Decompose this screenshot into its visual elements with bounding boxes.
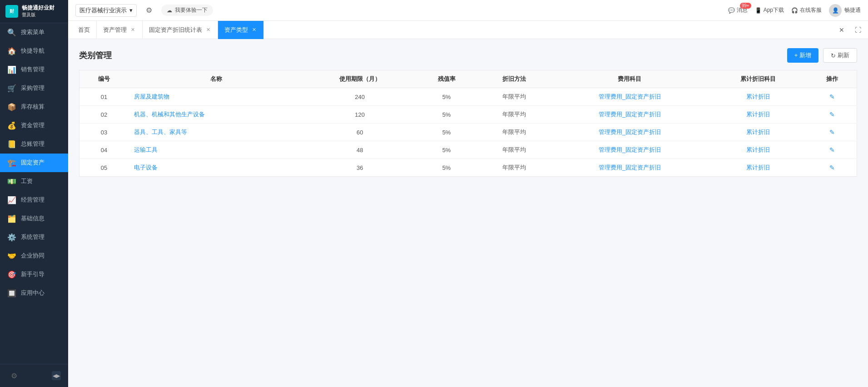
- sidebar-collapse-btn[interactable]: ◀▶: [52, 371, 61, 380]
- cell-period: 48: [304, 141, 416, 159]
- col-header: 费用科目: [551, 70, 709, 88]
- name-link[interactable]: 房屋及建筑物: [134, 93, 169, 100]
- sidebar-item-appstore[interactable]: 🔲 应用中心: [0, 284, 68, 303]
- tab-close-asset-mgmt[interactable]: ✕: [129, 27, 136, 33]
- tab-depreciation[interactable]: 固定资产折旧统计表✕: [143, 21, 218, 39]
- main-content: 医疗器械行业演示 ▾ ⚙ ☁ 我要体验一下 💬 消息 99+ 📱 App下载 🎧…: [68, 0, 868, 387]
- logo-name: 畅捷通好业财: [22, 5, 55, 12]
- sidebar-icon-quicknav: 🏠: [7, 47, 16, 55]
- cell-accumulated: 累计折旧: [708, 159, 808, 177]
- close-tab-btn[interactable]: ✕: [835, 24, 848, 36]
- accumulated-link[interactable]: 累计折旧: [746, 146, 770, 153]
- accumulated-link[interactable]: 累计折旧: [746, 164, 770, 171]
- sidebar-item-system[interactable]: ⚙️ 系统管理: [0, 228, 68, 247]
- cell-name: 机器、机械和其他生产设备: [129, 106, 304, 124]
- message-icon: 💬: [728, 7, 735, 14]
- sidebar-item-payroll[interactable]: 💵 工资: [0, 172, 68, 191]
- sidebar-icon-system: ⚙️: [7, 233, 16, 242]
- expense-link[interactable]: 管理费用_固定资产折旧: [599, 129, 661, 135]
- sidebar-item-quicknav[interactable]: 🏠 快捷导航: [0, 42, 68, 60]
- tab-asset-mgmt[interactable]: 资产管理✕: [97, 21, 143, 39]
- category-table: 编号名称使用期限（月）残值率折旧方法费用科目累计折旧科目操作 01 房屋及建筑物…: [79, 70, 857, 177]
- name-link[interactable]: 机器、机械和其他生产设备: [134, 111, 205, 118]
- sidebar-menu: 🔍 搜索菜单 🏠 快捷导航 📊 销售管理 🛒 采购管理 📦 库存核算 💰 资金管…: [0, 23, 68, 364]
- cell-name: 器具、工具、家具等: [129, 124, 304, 141]
- cloud-icon: ☁: [167, 7, 172, 14]
- edit-btn-2[interactable]: ✎: [829, 129, 835, 136]
- app-download-action[interactable]: 📱 App下载: [755, 6, 784, 14]
- table-row: 03 器具、工具、家具等 60 5% 年限平均 管理费用_固定资产折旧 累计折旧…: [79, 124, 857, 141]
- expense-link[interactable]: 管理费用_固定资产折旧: [599, 146, 661, 153]
- sidebar-item-ledger[interactable]: 📒 总账管理: [0, 135, 68, 154]
- sidebar-item-operations[interactable]: 📈 经营管理: [0, 191, 68, 209]
- cell-action: ✎: [808, 88, 857, 106]
- tab-home[interactable]: 首页: [72, 21, 97, 39]
- table-header: 编号名称使用期限（月）残值率折旧方法费用科目累计折旧科目操作: [79, 70, 857, 88]
- expand-tab-btn[interactable]: ⛶: [852, 24, 864, 36]
- sidebar-label-ledger: 总账管理: [21, 140, 45, 148]
- name-link[interactable]: 电子设备: [134, 164, 158, 171]
- accumulated-link[interactable]: 累计折旧: [746, 129, 770, 135]
- tab-asset-type[interactable]: 资产类型✕: [218, 21, 264, 39]
- name-link[interactable]: 器具、工具、家具等: [134, 129, 187, 135]
- new-button[interactable]: + 新增: [787, 48, 818, 63]
- try-experience-btn[interactable]: ☁ 我要体验一下: [161, 5, 213, 16]
- expense-link[interactable]: 管理费用_固定资产折旧: [599, 93, 661, 100]
- sidebar-item-enterprise[interactable]: 🤝 企业协同: [0, 247, 68, 265]
- message-action[interactable]: 💬 消息 99+: [728, 6, 748, 14]
- edit-btn-4[interactable]: ✎: [829, 164, 835, 171]
- refresh-icon: ↻: [831, 52, 836, 59]
- sidebar-icon-fixed: 🏗️: [7, 159, 16, 167]
- edit-btn-1[interactable]: ✎: [829, 111, 835, 118]
- user-info[interactable]: 👤 畅捷通: [829, 4, 861, 17]
- expense-link[interactable]: 管理费用_固定资产折旧: [599, 111, 661, 118]
- tab-close-asset-type[interactable]: ✕: [251, 27, 257, 33]
- sidebar-item-fixed[interactable]: 🏗️ 固定资产: [0, 154, 68, 172]
- accumulated-link[interactable]: 累计折旧: [746, 93, 770, 100]
- customer-service-action[interactable]: 🎧 在线客服: [791, 6, 822, 14]
- logo-icon: 财: [5, 5, 18, 18]
- sidebar-label-newguide: 新手引导: [21, 270, 45, 278]
- sidebar-icon-enterprise: 🤝: [7, 252, 16, 260]
- sidebar-item-purchase[interactable]: 🛒 采购管理: [0, 79, 68, 98]
- cell-residual: 5%: [416, 106, 477, 124]
- sidebar: 财 畅捷通好业财 普及版 🔍 搜索菜单 🏠 快捷导航 📊 销售管理 🛒 采购管理…: [0, 0, 68, 387]
- cell-action: ✎: [808, 141, 857, 159]
- edit-btn-3[interactable]: ✎: [829, 146, 835, 154]
- col-header: 名称: [129, 70, 304, 88]
- sidebar-item-sales[interactable]: 📊 销售管理: [0, 60, 68, 79]
- logo-edition: 普及版: [22, 12, 55, 18]
- cell-accumulated: 累计折旧: [708, 88, 808, 106]
- cell-method: 年限平均: [477, 88, 551, 106]
- module-settings-btn[interactable]: ⚙: [142, 4, 156, 17]
- cell-code: 01: [79, 88, 129, 106]
- cell-residual: 5%: [416, 159, 477, 177]
- sidebar-icon-payroll: 💵: [7, 177, 16, 186]
- cell-accumulated: 累计折旧: [708, 124, 808, 141]
- page-content: 类别管理 + 新增 ↻ 刷新 编号名称使用期限（月）残值率折旧方法费用科目累计折…: [68, 39, 868, 387]
- sidebar-item-finance[interactable]: 💰 资金管理: [0, 116, 68, 135]
- col-header: 折旧方法: [477, 70, 551, 88]
- name-link[interactable]: 运输工具: [134, 146, 158, 153]
- sidebar-item-newguide[interactable]: 🎯 新手引导: [0, 265, 68, 284]
- refresh-button[interactable]: ↻ 刷新: [823, 48, 857, 63]
- cell-action: ✎: [808, 159, 857, 177]
- tab-close-depreciation[interactable]: ✕: [205, 27, 211, 33]
- sidebar-item-search[interactable]: 🔍 搜索菜单: [0, 23, 68, 42]
- cell-code: 03: [79, 124, 129, 141]
- sidebar-label-system: 系统管理: [21, 233, 45, 241]
- sidebar-settings-icon[interactable]: ⚙: [7, 369, 21, 382]
- tabs-bar: 首页资产管理✕固定资产折旧统计表✕资产类型✕ ✕ ⛶: [68, 21, 868, 39]
- col-header: 编号: [79, 70, 129, 88]
- module-selector[interactable]: 医疗器械行业演示 ▾: [75, 4, 137, 17]
- expense-link[interactable]: 管理费用_固定资产折旧: [599, 164, 661, 171]
- message-badge: 99+: [740, 3, 751, 9]
- cell-code: 05: [79, 159, 129, 177]
- edit-btn-0[interactable]: ✎: [829, 93, 835, 100]
- accumulated-link[interactable]: 累计折旧: [746, 111, 770, 118]
- sidebar-item-basic[interactable]: 🗂️ 基础信息: [0, 209, 68, 228]
- table-body: 01 房屋及建筑物 240 5% 年限平均 管理费用_固定资产折旧 累计折旧 ✎…: [79, 88, 857, 177]
- sidebar-icon-newguide: 🎯: [7, 270, 16, 279]
- page-header: 类别管理 + 新增 ↻ 刷新: [79, 48, 857, 63]
- sidebar-item-inventory[interactable]: 📦 库存核算: [0, 98, 68, 116]
